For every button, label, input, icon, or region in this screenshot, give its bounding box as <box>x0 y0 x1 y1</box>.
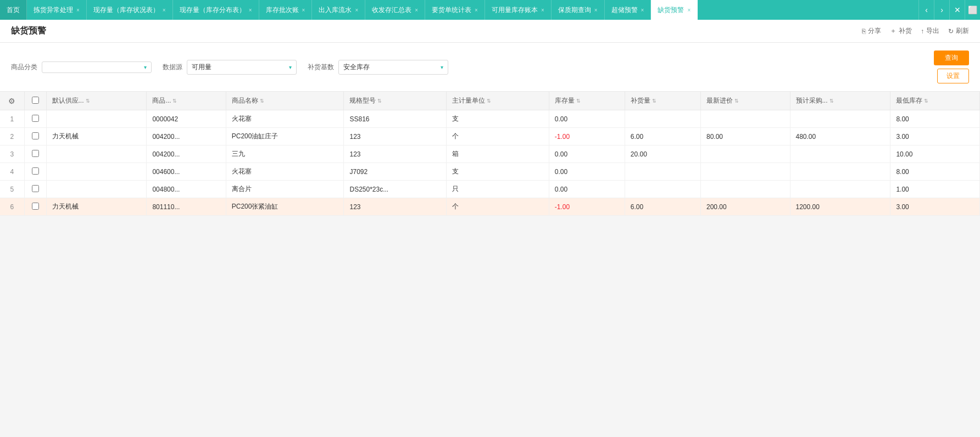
cell-price <box>700 110 790 128</box>
row-checkbox[interactable] <box>32 150 39 157</box>
cell-unit: 个 <box>446 198 549 216</box>
replenish-base-label: 补货基数 <box>308 63 334 72</box>
datasource-value: 可用量 <box>192 63 211 72</box>
cell-min-stock: 1.00 <box>890 181 980 198</box>
cell-replenish <box>625 181 700 198</box>
datasource-label: 数据源 <box>163 63 182 72</box>
cell-min-stock: 3.00 <box>890 198 980 216</box>
tab-close-stock-dist[interactable]: × <box>249 7 252 13</box>
sort-spec-icon: ⇅ <box>377 98 382 104</box>
sort-name-icon: ⇅ <box>260 98 264 104</box>
tab-flow[interactable]: 出入库流水 × <box>312 0 365 20</box>
category-label: 商品分类 <box>11 63 37 72</box>
column-settings-icon[interactable]: ⚙ <box>0 92 24 110</box>
select-all-checkbox[interactable] <box>32 97 39 104</box>
tab-batch-account[interactable]: 库存批次账 × <box>259 0 313 20</box>
column-min-stock: 最低库存 ⇅ <box>890 92 980 110</box>
page-header: 缺货预警 ⎘ 分享 ＋ 补货 ↑ 导出 ↻ 刷新 <box>0 20 980 43</box>
tab-close-batch-account[interactable]: × <box>302 7 305 13</box>
tab-requisition[interactable]: 要货单统计表 × <box>425 0 485 20</box>
category-chevron-icon: ▾ <box>144 64 147 70</box>
column-unit: 主计量单位 ⇅ <box>446 92 549 110</box>
cell-min-stock: 8.00 <box>890 110 980 128</box>
cell-unit: 个 <box>446 128 549 145</box>
tab-close-requisition[interactable]: × <box>475 7 478 13</box>
row-checkbox[interactable] <box>32 115 39 122</box>
datasource-select[interactable]: 可用量 ▾ <box>187 60 297 75</box>
sort-min-icon: ⇅ <box>924 98 928 104</box>
refresh-action[interactable]: ↻ 刷新 <box>948 26 969 36</box>
filter-replenish-base-group: 补货基数 安全库存 ▾ <box>308 60 448 75</box>
tab-overstock[interactable]: 超储预警 × <box>605 0 652 20</box>
tab-home[interactable]: 首页 <box>0 0 27 20</box>
cell-stock: -1.00 <box>549 128 625 145</box>
tab-picking-exception[interactable]: 拣货异常处理 × <box>27 0 87 20</box>
tab-close-picking-exception[interactable]: × <box>76 7 80 13</box>
row-checkbox-cell[interactable] <box>24 128 46 145</box>
sort-supplier-icon: ⇅ <box>86 98 90 104</box>
row-checkbox[interactable] <box>32 132 39 139</box>
row-checkbox[interactable] <box>32 203 39 210</box>
row-number: 2 <box>0 128 24 145</box>
cell-replenish: 20.00 <box>625 145 700 163</box>
settings-button[interactable]: 设置 <box>937 69 969 83</box>
cell-min-stock: 10.00 <box>890 145 980 163</box>
tab-close-shelf-life[interactable]: × <box>594 7 598 13</box>
tab-close-summary[interactable]: × <box>415 7 418 13</box>
cell-supplier: 力天机械 <box>46 128 147 145</box>
tab-close-available-ledger[interactable]: × <box>541 7 544 13</box>
tab-close-all-button[interactable]: ✕ <box>949 0 965 20</box>
query-button[interactable]: 查询 <box>934 51 969 65</box>
cell-stock: 0.00 <box>549 145 625 163</box>
share-action[interactable]: ⎘ 分享 <box>862 26 881 36</box>
cell-price <box>700 163 790 181</box>
tab-close-flow[interactable]: × <box>355 7 358 13</box>
row-checkbox[interactable] <box>32 185 39 192</box>
cell-supplier <box>46 110 147 128</box>
tab-close-overstock[interactable]: × <box>641 7 644 13</box>
cell-est <box>790 163 890 181</box>
column-spec: 规格型号 ⇅ <box>344 92 446 110</box>
cell-price: 80.00 <box>700 128 790 145</box>
column-default-supplier: 默认供应... ⇅ <box>46 92 147 110</box>
cell-name: PC200张紧油缸 <box>226 198 344 216</box>
replenish-base-chevron-icon: ▾ <box>441 64 443 70</box>
column-checkbox-header[interactable] <box>24 92 46 110</box>
sort-replenish-icon: ⇅ <box>652 98 656 104</box>
tab-next-button[interactable]: › <box>934 0 949 20</box>
tab-nav-buttons: ‹ › ✕ ⬜ <box>918 0 980 20</box>
row-checkbox-cell[interactable] <box>24 163 46 181</box>
row-checkbox-cell[interactable] <box>24 198 46 216</box>
row-checkbox-cell[interactable] <box>24 145 46 163</box>
filter-datasource-group: 数据源 可用量 ▾ <box>163 60 297 75</box>
cell-unit: 支 <box>446 110 549 128</box>
row-checkbox[interactable] <box>32 167 39 175</box>
cell-code: 801110... <box>147 198 226 216</box>
cell-spec: DS250*23c... <box>344 181 446 198</box>
replenish-base-select[interactable]: 安全库存 ▾ <box>338 60 448 75</box>
cell-name: 离合片 <box>226 181 344 198</box>
tab-available-ledger[interactable]: 可用量库存账本 × <box>485 0 552 20</box>
cell-replenish: 6.00 <box>625 198 700 216</box>
tab-stock-dist[interactable]: 现存量（库存分布表） × <box>173 0 259 20</box>
tab-close-stock-status[interactable]: × <box>163 7 166 13</box>
column-est-purchase: 预计采购... ⇅ <box>790 92 890 110</box>
column-latest-price: 最新进价 ⇅ <box>700 92 790 110</box>
tab-shortage[interactable]: 缺货预警 × <box>651 0 698 20</box>
export-action[interactable]: ↑ 导出 <box>921 26 939 36</box>
tab-close-shortage[interactable]: × <box>687 7 691 13</box>
cell-unit: 只 <box>446 181 549 198</box>
tab-stock-status[interactable]: 现存量（库存状况表） × <box>87 0 173 20</box>
category-select[interactable]: ▾ <box>42 61 152 73</box>
tab-shelf-life[interactable]: 保质期查询 × <box>552 0 605 20</box>
tab-summary[interactable]: 收发存汇总表 × <box>365 0 425 20</box>
tab-maximize-button[interactable]: ⬜ <box>965 0 980 20</box>
cell-est: 480.00 <box>790 128 890 145</box>
cell-est <box>790 110 890 128</box>
tab-prev-button[interactable]: ‹ <box>918 0 934 20</box>
row-checkbox-cell[interactable] <box>24 110 46 128</box>
replenish-action[interactable]: ＋ 补货 <box>890 26 912 36</box>
cell-stock: 0.00 <box>549 181 625 198</box>
cell-min-stock: 8.00 <box>890 163 980 181</box>
row-checkbox-cell[interactable] <box>24 181 46 198</box>
